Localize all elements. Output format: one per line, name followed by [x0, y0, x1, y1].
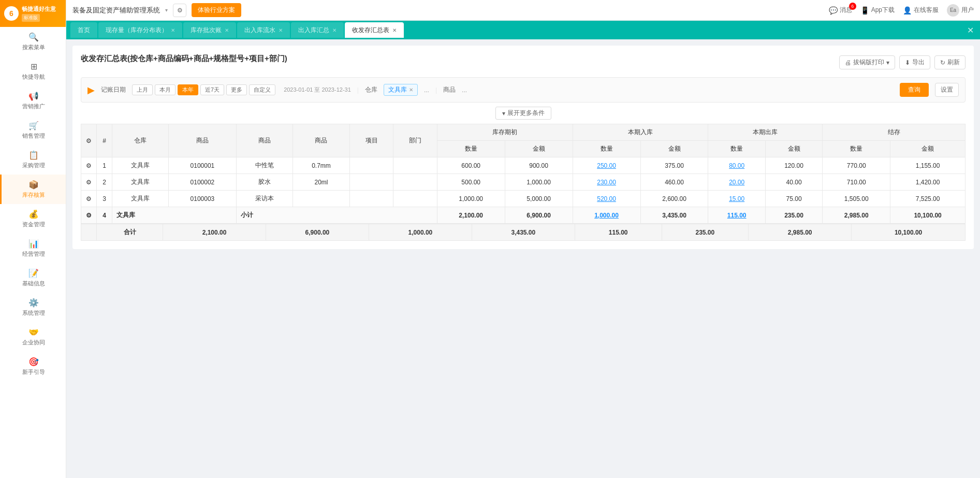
- filter-arrow-icon[interactable]: ▶: [87, 84, 95, 96]
- tab-inout-flow-label: 出入库流水: [244, 26, 275, 35]
- row-warehouse: 文具库: [112, 207, 237, 224]
- date-btn-this-year[interactable]: 本年: [178, 84, 198, 95]
- tab-close-icon[interactable]: ✕: [332, 27, 337, 33]
- tab-batch-account[interactable]: 库存批次账 ✕: [183, 22, 236, 38]
- row-project: [350, 157, 393, 174]
- logo-icon: 6: [4, 6, 19, 21]
- row-opening-qty: 1,000.00: [437, 191, 505, 207]
- app-download-button[interactable]: 📱 App下载: [860, 6, 895, 15]
- row-in-amt: 2,600.00: [640, 191, 708, 207]
- row-settings[interactable]: ⚙: [81, 157, 97, 174]
- date-label: 记账日期: [101, 85, 126, 94]
- sidebar-item-search[interactable]: 🔍 搜索菜单: [0, 27, 66, 56]
- table-row: ⚙ 2 文具库 0100002 胶水 20ml 500.00 1,000.00 …: [81, 174, 966, 191]
- row-no: 3: [97, 191, 112, 207]
- date-btn-last-month[interactable]: 上月: [132, 84, 153, 95]
- date-range-label: 2023-01-01 至 2023-12-31: [284, 86, 351, 94]
- sidebar-item-system[interactable]: ⚙️ 系统管理: [0, 293, 66, 322]
- col-in-header: 本期入库: [573, 124, 708, 141]
- online-service-button[interactable]: 👤 在线客服: [903, 6, 939, 15]
- tab-batch-account-label: 库存批次账: [191, 26, 222, 35]
- sidebar-item-quick-nav[interactable]: ⊞ 快捷导航: [0, 56, 66, 86]
- sidebar-item-label: 资金管理: [22, 221, 45, 228]
- row-balance-qty: 2,985.00: [823, 207, 890, 224]
- row-code: 0100003: [168, 191, 236, 207]
- tab-close-icon[interactable]: ✕: [225, 27, 229, 33]
- tab-close-icon[interactable]: ✕: [279, 27, 283, 33]
- sidebar-nav: 🔍 搜索菜单 ⊞ 快捷导航 📢 营销推广 🛒 销售管理 📋 采购管理 📦 库存核…: [0, 27, 66, 478]
- expand-button[interactable]: ▾ 展开更多条件: [495, 107, 551, 120]
- refresh-button[interactable]: ↻ 刷新: [934, 55, 966, 69]
- sidebar: 6 畅捷通好生意 标准版 🔍 搜索菜单 ⊞ 快捷导航 📢 营销推广 🛒 销售管理…: [0, 0, 66, 478]
- row-spec: 20ml: [292, 174, 349, 191]
- tab-home[interactable]: 首页: [70, 22, 97, 38]
- date-btn-more[interactable]: 更多: [226, 84, 247, 95]
- table-row: ⚙ 3 文具库 0100003 采访本 1,000.00 5,000.00 52…: [81, 191, 966, 207]
- footer-row: 合计 2,100.00 6,900.00 1,000.00 3,435.00 1…: [81, 224, 966, 241]
- app-download-label: App下载: [871, 6, 895, 15]
- sidebar-item-operations[interactable]: 📊 经营管理: [0, 234, 66, 263]
- tab-inventory-dist-label: 现存量（库存分布表）: [106, 26, 168, 35]
- row-project: [350, 174, 393, 191]
- tab-inventory-dist[interactable]: 现存量（库存分布表） ✕: [98, 22, 182, 38]
- query-button[interactable]: 查询: [900, 83, 929, 97]
- export-button[interactable]: ⬇ 导出: [899, 55, 930, 69]
- tab-inout-flow[interactable]: 出入库流水 ✕: [237, 22, 290, 38]
- sidebar-item-label: 经营管理: [22, 250, 45, 258]
- row-warehouse: 文具库: [112, 157, 169, 174]
- sidebar-item-newbie[interactable]: 🎯 新手引导: [0, 352, 66, 381]
- col-opening-header: 库存期初: [437, 124, 573, 141]
- table-settings-col[interactable]: ⚙: [81, 124, 97, 157]
- table-row: ⚙ 4 文具库 小计 2,100.00 6,900.00 1,000.00 3,…: [81, 207, 966, 224]
- sidebar-item-inventory[interactable]: 📦 库存核算: [0, 175, 66, 204]
- warehouse-tag-close-icon[interactable]: ✕: [409, 87, 413, 93]
- date-btn-this-month[interactable]: 本月: [155, 84, 175, 95]
- goods-more-btn[interactable]: ...: [462, 86, 467, 94]
- row-settings[interactable]: ⚙: [81, 207, 97, 224]
- warehouse-more-btn[interactable]: ...: [424, 86, 429, 94]
- row-out-qty: 115.00: [708, 207, 765, 224]
- separator: |: [435, 86, 437, 94]
- row-settings[interactable]: ⚙: [81, 191, 97, 207]
- user-button[interactable]: Ea 用户: [947, 4, 974, 17]
- sidebar-item-basic[interactable]: 📝 基础信息: [0, 263, 66, 293]
- row-out-qty: 15.00: [708, 191, 765, 207]
- tab-bar-close-icon[interactable]: ✕: [967, 25, 974, 35]
- system-title: 装备及固定资产辅助管理系统: [72, 6, 160, 15]
- tab-collect-summary[interactable]: 收发存汇总表 ✕: [345, 22, 404, 38]
- row-opening-qty: 2,100.00: [437, 207, 505, 224]
- header-left: 装备及固定资产辅助管理系统 ▾ ⚙ 体验行业方案: [72, 3, 241, 17]
- tab-close-icon[interactable]: ✕: [392, 27, 397, 33]
- date-btn-7days[interactable]: 近7天: [200, 84, 224, 95]
- sidebar-item-sales[interactable]: 🛒 销售管理: [0, 115, 66, 145]
- logo-text-area: 畅捷通好生意 标准版: [22, 5, 56, 22]
- newbie-icon: 🎯: [28, 357, 39, 367]
- logo-area: 6 畅捷通好生意 标准版: [0, 0, 66, 27]
- print-button[interactable]: 🖨 拔锅版打印 ▾: [839, 55, 895, 69]
- notification-icon: 💬: [829, 6, 838, 15]
- expand-row: ▾ 展开更多条件: [81, 107, 966, 120]
- tab-inout-summary[interactable]: 出入库汇总 ✕: [291, 22, 344, 38]
- row-settings[interactable]: ⚙: [81, 174, 97, 191]
- sidebar-item-label: 营销推广: [22, 103, 45, 110]
- warehouse-tag[interactable]: 文具库 ✕: [384, 84, 418, 96]
- sidebar-item-enterprise[interactable]: 🤝 企业协同: [0, 322, 66, 352]
- sidebar-item-label: 库存核算: [22, 191, 45, 199]
- sidebar-item-label: 新手引导: [22, 368, 45, 376]
- sidebar-item-marketing[interactable]: 📢 营销推广: [0, 86, 66, 115]
- notification-button[interactable]: 💬 消息 6: [829, 6, 852, 15]
- sidebar-item-finance[interactable]: 💰 资金管理: [0, 204, 66, 234]
- table-footer: 合计 2,100.00 6,900.00 1,000.00 3,435.00 1…: [81, 224, 966, 241]
- sidebar-item-purchase[interactable]: 📋 采购管理: [0, 145, 66, 175]
- date-btn-custom[interactable]: 自定义: [249, 84, 275, 95]
- print-icon: 🖨: [845, 59, 851, 66]
- tab-close-icon[interactable]: ✕: [171, 27, 175, 33]
- col-out-qty: 数量: [708, 141, 765, 157]
- row-out-amt: 235.00: [765, 207, 822, 224]
- settings-small-button[interactable]: 设置: [935, 83, 959, 97]
- sidebar-item-label: 采购管理: [22, 162, 45, 169]
- settings-button[interactable]: ⚙: [173, 4, 186, 17]
- table-row: ⚙ 1 文具库 0100001 中性笔 0.7mm 600.00 900.00 …: [81, 157, 966, 174]
- trial-button[interactable]: 体验行业方案: [192, 3, 241, 17]
- col-project: 项目: [350, 124, 393, 157]
